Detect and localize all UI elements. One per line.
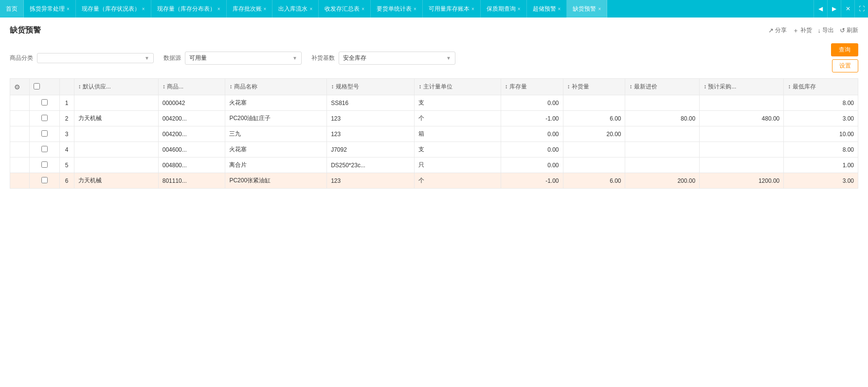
nav-tab-close[interactable]: ×: [518, 6, 521, 12]
row-est-purchase-cell: [700, 158, 784, 173]
row-checkbox-cell[interactable]: [30, 95, 60, 111]
row-checkbox-cell[interactable]: [30, 142, 60, 158]
row-checkbox-cell[interactable]: [30, 173, 60, 189]
row-est-purchase-cell: 1200.00: [700, 173, 784, 189]
est-purchase-col-label: ↕ 预计采购...: [704, 83, 736, 91]
row-latest-price-cell: 200.00: [625, 173, 700, 189]
datasource-select[interactable]: 可用量 ▼: [185, 52, 302, 65]
row-supplier-cell: [74, 95, 158, 111]
table-spec-th[interactable]: ↕ 规格型号: [327, 79, 415, 95]
gear-icon[interactable]: ⚙: [14, 83, 20, 91]
nav-tab-anomaly[interactable]: 拣货异常处理×: [24, 0, 76, 18]
nav-tab-label: 首页: [6, 5, 18, 13]
nav-close-btn[interactable]: ✕: [841, 0, 854, 18]
nav-tab-expiry-query[interactable]: 保质期查询×: [481, 0, 527, 18]
nav-tab-close[interactable]: ×: [414, 6, 416, 12]
nav-tab-order-stats[interactable]: 要货单统计表×: [371, 0, 423, 18]
row-stock-cell: 0.00: [501, 95, 563, 111]
table-unit-th[interactable]: ↕ 主计量单位: [415, 79, 501, 95]
spec-col-label: ↕ 规格型号: [331, 83, 359, 91]
datasource-chevron: ▼: [292, 55, 297, 61]
nav-tab-home[interactable]: 首页: [0, 0, 24, 18]
row-latest-price-cell: [625, 158, 700, 173]
row-goods-name-cell: 三九: [225, 126, 327, 142]
row-checkbox-cell[interactable]: [30, 158, 60, 173]
row-stock-cell: 0.00: [501, 142, 563, 158]
row-restock-qty-cell: 6.00: [563, 111, 625, 126]
row-checkbox[interactable]: [41, 115, 48, 121]
nav-tab-batch-account[interactable]: 库存批次账×: [227, 0, 273, 18]
row-supplier-cell: [74, 126, 158, 142]
row-supplier-cell: [74, 142, 158, 158]
row-checkbox[interactable]: [41, 146, 48, 152]
row-checkbox[interactable]: [41, 177, 48, 183]
table-restock-qty-th[interactable]: ↕ 补货量: [563, 79, 625, 95]
nav-tab-close[interactable]: ×: [217, 6, 220, 12]
table-goods-name-th[interactable]: ↕ 商品名称: [225, 79, 327, 95]
row-goods-code-cell: 801110...: [158, 173, 225, 189]
nav-tab-inout-flow[interactable]: 出入库流水×: [272, 0, 319, 18]
category-filter: 商品分类 ▼: [10, 53, 154, 63]
nav-next-btn[interactable]: ▶: [827, 0, 841, 18]
nav-tab-close[interactable]: ×: [309, 6, 312, 12]
nav-tab-close[interactable]: ×: [558, 6, 561, 12]
row-gear-cell: [10, 126, 30, 142]
table-supplier-th[interactable]: ↕ 默认供应...: [74, 79, 158, 95]
nav-tab-close[interactable]: ×: [471, 6, 474, 12]
select-all-checkbox[interactable]: [34, 83, 40, 89]
nav-tab-close[interactable]: ×: [362, 6, 364, 12]
row-restock-qty-cell: 20.00: [563, 126, 625, 142]
nav-tab-label: 现存量（库存状况表）: [82, 5, 140, 13]
nav-tab-avail-ledger[interactable]: 可用量库存账本×: [423, 0, 481, 18]
nav-tab-recv-summary[interactable]: 收发存汇总表×: [319, 0, 371, 18]
nav-tab-overstock[interactable]: 超储预警×: [527, 0, 567, 18]
row-unit-cell: 个: [415, 173, 501, 189]
row-seq-cell: 3: [59, 126, 74, 142]
nav-tab-shortage[interactable]: 缺货预警×: [567, 0, 607, 18]
row-spec-cell: DS250*23c...: [327, 158, 415, 173]
table-checkbox-th[interactable]: [30, 79, 60, 95]
row-restock-qty-cell: [563, 142, 625, 158]
table-goods-code-th[interactable]: ↕ 商品...: [158, 79, 225, 95]
share-action[interactable]: ↗ 分享: [768, 26, 787, 35]
row-unit-cell: 只: [415, 158, 501, 173]
row-checkbox-cell[interactable]: [30, 126, 60, 142]
restock-action[interactable]: ＋ 补货: [793, 26, 812, 35]
row-latest-price-cell: [625, 142, 700, 158]
row-checkbox-cell[interactable]: [30, 111, 60, 126]
nav-fullscreen-btn[interactable]: ⛶: [854, 0, 868, 18]
table-stock-th[interactable]: ↕ 库存量: [501, 79, 563, 95]
refresh-action[interactable]: ↺ 刷新: [840, 26, 858, 35]
nav-tab-close[interactable]: ×: [142, 6, 145, 12]
row-checkbox[interactable]: [41, 161, 48, 168]
restock-base-label: 补货基数: [311, 54, 335, 62]
nav-tab-close[interactable]: ×: [598, 6, 601, 12]
nav-tab-close[interactable]: ×: [67, 6, 70, 12]
nav-tab-inventory-dist[interactable]: 现存量（库存分布表）×: [151, 0, 227, 18]
nav-tab-inventory-status[interactable]: 现存量（库存状况表）×: [76, 0, 151, 18]
nav-tab-label: 出入库流水: [278, 5, 307, 13]
nav-tab-close[interactable]: ×: [264, 6, 267, 12]
table-settings-th[interactable]: ⚙: [10, 79, 30, 95]
table-min-stock-th[interactable]: ↕ 最低库存: [784, 79, 858, 95]
category-select[interactable]: ▼: [37, 53, 154, 63]
header-actions: ↗ 分享 ＋ 补货 ↓ 导出 ↺ 刷新: [768, 26, 859, 35]
page-header: 缺货预警 ↗ 分享 ＋ 补货 ↓ 导出 ↺ 刷新: [10, 25, 858, 35]
export-action[interactable]: ↓ 导出: [818, 26, 834, 35]
row-unit-cell: 箱: [415, 126, 501, 142]
nav-prev-btn[interactable]: ◀: [814, 0, 827, 18]
table-row: 2力天机械004200...PC200油缸庄子123个-1.006.0080.0…: [10, 111, 858, 126]
row-latest-price-cell: 80.00: [625, 111, 700, 126]
row-checkbox[interactable]: [41, 99, 48, 106]
datasource-filter: 数据源 可用量 ▼: [163, 52, 302, 65]
nav-tab-label: 保质期查询: [487, 5, 516, 13]
row-seq-cell: 2: [59, 111, 74, 126]
row-checkbox[interactable]: [41, 130, 48, 137]
table-latest-price-th[interactable]: ↕ 最新进价: [625, 79, 700, 95]
query-button[interactable]: 查询: [831, 43, 858, 56]
table-est-purchase-th[interactable]: ↕ 预计采购...: [700, 79, 784, 95]
restock-base-select[interactable]: 安全库存 ▼: [339, 52, 455, 65]
export-icon: ↓: [818, 27, 821, 34]
row-spec-cell: SS816: [327, 95, 415, 111]
settings-button[interactable]: 设置: [832, 59, 858, 72]
